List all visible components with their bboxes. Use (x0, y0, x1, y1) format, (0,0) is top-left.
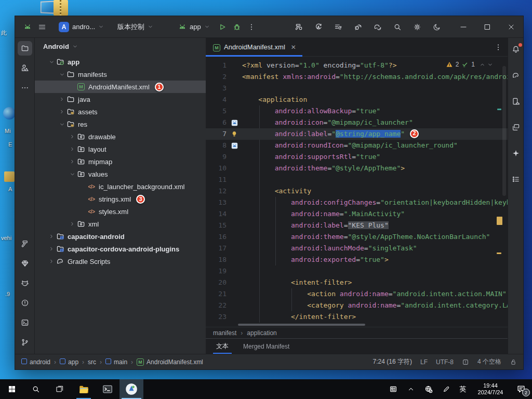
code-line-18[interactable]: 18 android:exported="true"> (206, 254, 508, 265)
code-line-11[interactable]: 11 (206, 174, 508, 185)
desktop-zip-icon[interactable] (54, 0, 68, 16)
build-tool-button[interactable] (18, 236, 32, 251)
code-line-14[interactable]: 14 android:name=".MainActivity" (206, 208, 508, 220)
path-item-android[interactable]: android (21, 358, 50, 366)
code-line-16[interactable]: 16 android:theme="@style/AppTheme.NoActi… (206, 231, 508, 243)
run-button[interactable] (215, 20, 230, 34)
path-item-src[interactable]: src (88, 358, 96, 366)
todo-tool-button[interactable] (509, 172, 523, 187)
gradle-sync-button[interactable] (370, 20, 385, 34)
android-studio-taskbar-icon[interactable] (119, 379, 143, 399)
tree-item-app[interactable]: app (35, 56, 206, 68)
more-actions-button[interactable] (244, 20, 259, 34)
tab-close-icon[interactable]: ✕ (291, 44, 296, 51)
horizontal-scrollbar[interactable] (238, 324, 365, 326)
local-changes-button[interactable] (331, 20, 345, 34)
tree-item-layout[interactable]: layout (35, 143, 206, 155)
encoding-indicator[interactable]: UTF-8 (436, 358, 454, 366)
bulb-icon[interactable] (230, 128, 239, 140)
settings-button[interactable] (410, 20, 424, 34)
tree-item-values[interactable]: values (35, 168, 206, 180)
chevron-right-icon[interactable] (70, 145, 75, 153)
start-button[interactable] (0, 379, 24, 399)
resource-manager-button[interactable] (18, 61, 32, 75)
code-line-15[interactable]: 15 android:label="KES Plus" (206, 220, 508, 231)
code-line-23[interactable]: 23 </intent-filter> (206, 311, 508, 323)
code-line-22[interactable]: 22 <category android:name="android.inten… (206, 300, 508, 311)
code-line-13[interactable]: 13 android:configChanges="orientation|ke… (206, 197, 508, 208)
code-line-6[interactable]: 6 android:icon="@mipmap/ic_launcher" (206, 117, 508, 128)
reader-mode-button[interactable] (430, 20, 444, 34)
tree-item-styles-xml[interactable]: </>styles.xml (35, 205, 206, 218)
logcat-tool-button[interactable] (18, 276, 32, 290)
desktop-edge-icon[interactable] (3, 107, 16, 119)
terminal-app-icon[interactable] (96, 379, 119, 399)
debug-button[interactable] (230, 20, 244, 34)
maximize-button[interactable] (475, 16, 499, 37)
code-line-19[interactable]: 19 (206, 265, 508, 277)
project-selector[interactable]: A andro... (55, 20, 108, 34)
network-status-icon[interactable] (420, 379, 437, 399)
show-hidden-icons-button[interactable] (402, 379, 420, 399)
inspection-widget[interactable]: 2 1 (446, 61, 493, 68)
chevron-right-icon[interactable] (59, 108, 65, 116)
vcs-widget[interactable]: 版本控制 (113, 21, 157, 33)
code-line-8[interactable]: 8 android:roundIcon="@mipmap/ic_launcher… (206, 140, 508, 151)
write-access-icon[interactable] (510, 358, 517, 366)
path-item-main[interactable]: main (105, 358, 127, 366)
app-quality-insights-button[interactable] (18, 256, 32, 271)
gradle-tool-button[interactable] (509, 68, 523, 83)
project-view-selector[interactable]: Android (35, 38, 206, 55)
code-line-17[interactable]: 17 android:launchMode="singleTask" (206, 243, 508, 254)
tree-item-xml[interactable]: xml (35, 218, 206, 230)
android-gutter-icon[interactable] (230, 117, 239, 128)
taskbar-clock[interactable]: 19:44 2024/7/24 (471, 382, 510, 396)
chevron-right-icon[interactable] (49, 232, 55, 241)
tree-item-gradle-scripts[interactable]: Gradle Scripts (35, 255, 206, 268)
run-configuration-selector[interactable]: app (178, 23, 210, 31)
code-line-12[interactable]: 12 <activity (206, 185, 508, 197)
tab-options-button[interactable] (494, 43, 502, 51)
tab-androidmanifest[interactable]: M AndroidManifest.xml ✕ (206, 38, 302, 57)
code-editor[interactable]: 1<?xml version="1.0" encoding="utf-8"?>2… (206, 57, 508, 327)
path-item-androidmanifest-xml[interactable]: MAndroidManifest.xml (137, 358, 203, 366)
code-actions-button[interactable] (311, 20, 326, 34)
notifications-button[interactable] (509, 42, 523, 57)
path-item-app[interactable]: app (60, 358, 78, 366)
chevron-down-icon[interactable] (58, 122, 66, 127)
chevron-right-icon[interactable] (70, 132, 75, 141)
highlighting-level-icon[interactable] (462, 358, 469, 366)
tree-item-capacitor-android[interactable]: capacitor-android (35, 230, 206, 243)
windows-ink-icon[interactable] (437, 379, 455, 399)
code-line-5[interactable]: 5 android:allowBackup="true" (206, 105, 508, 117)
build-button[interactable] (291, 20, 306, 34)
desktop-folder-icon[interactable] (4, 171, 15, 182)
tree-item-manifests[interactable]: manifests (35, 68, 206, 81)
breadcrumb-manifest[interactable]: manifest (213, 329, 236, 337)
line-ending-indicator[interactable]: LF (420, 358, 428, 366)
taskbar-search-icon[interactable] (24, 379, 48, 399)
code-line-2[interactable]: 2<manifest xmlns:android="http://schemas… (206, 71, 508, 83)
action-center-button[interactable]: 2 (510, 379, 532, 399)
chevron-right-icon[interactable] (59, 95, 65, 103)
task-view-icon[interactable] (48, 379, 72, 399)
chevron-down-icon[interactable] (68, 171, 76, 177)
tree-item-ic-launcher-background-xml[interactable]: </>ic_launcher_background.xml (35, 180, 206, 193)
version-control-tool-button[interactable] (18, 335, 32, 350)
tree-item-res[interactable]: res (35, 118, 206, 130)
code-line-7[interactable]: 7 android:label="@string/app_name"2 (206, 128, 508, 140)
search-everywhere-button[interactable] (390, 20, 405, 34)
tree-item-strings-xml[interactable]: </>strings.xml3 (35, 193, 206, 205)
gemini-tool-button[interactable] (509, 146, 523, 161)
tree-item-androidmanifest-xml[interactable]: MAndroidManifest.xml1 (35, 81, 206, 93)
manifest-tab-merged-manifest[interactable]: Merged Manifest (243, 339, 289, 354)
project-tool-button[interactable] (18, 41, 32, 56)
tree-item-drawable[interactable]: drawable (35, 130, 206, 143)
prev-problem-button[interactable] (480, 62, 485, 68)
main-menu-button[interactable] (35, 20, 49, 34)
vertical-scrollbar[interactable] (502, 66, 506, 196)
code-line-20[interactable]: 20 <intent-filter> (206, 277, 508, 288)
code-line-9[interactable]: 9 android:supportsRtl="true" (206, 151, 508, 163)
code-line-4[interactable]: 4 <application (206, 94, 508, 105)
chevron-down-icon[interactable] (58, 72, 66, 77)
